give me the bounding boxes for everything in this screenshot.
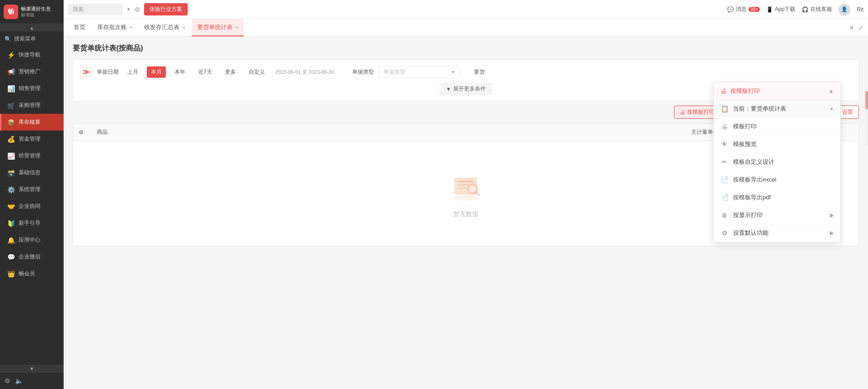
quick-nav-icon: ⚡: [7, 51, 15, 59]
finance-icon: 💰: [7, 136, 15, 143]
sidebar-scroll-down[interactable]: ▼: [0, 365, 64, 372]
sidebar-nav: ⚡ 快捷导航 📢 营销推广 📊 销售管理 🛒 采购管理 📦 库存核算 💰 资金管…: [0, 46, 64, 365]
date-btn-7days[interactable]: 近7天: [194, 66, 216, 78]
template-print-label: 模板打印: [733, 122, 834, 131]
tab-receipt-summary[interactable]: 收发存汇总表 ×: [139, 19, 190, 36]
member-icon: 👑: [7, 270, 15, 278]
date-btn-last-month[interactable]: 上月: [123, 66, 142, 78]
dropdown-template-custom[interactable]: ✏ 模板自定义设计: [714, 153, 840, 171]
sidebar-item-label: 采购管理: [19, 101, 40, 109]
search-icon: 🔍: [5, 36, 11, 42]
type-filter-label: 单据类型: [352, 69, 374, 75]
tab-receipt-summary-close[interactable]: ×: [182, 25, 185, 30]
online-service-action[interactable]: 🎧 在线客服: [802, 5, 832, 13]
table-header-product: 商品: [91, 124, 686, 141]
sidebar-item-sales[interactable]: 📊 销售管理: [0, 80, 64, 97]
sidebar-item-marketing[interactable]: 📢 营销推广: [0, 63, 64, 80]
sidebar-sound-icon[interactable]: 🔈: [15, 377, 23, 384]
print-template-dropdown: 🖨 按模板打印 ▲ 📋 当前：要货单统计表 ▼ 🖨 模板打印 👁 模板预览 ✏: [713, 82, 841, 242]
type-filter-select[interactable]: 单据类型 ▼: [379, 66, 460, 78]
dropdown-template-preview[interactable]: 👁 模板预览: [714, 136, 840, 153]
table-header-settings[interactable]: ⚙: [73, 125, 91, 140]
sidebar-item-label: 库存核算: [19, 118, 40, 126]
sidebar: 畅 畅康通好生意 标准版 ▲ 🔍 搜索菜单 ⚡ 快捷导航 📢 营销推广 📊 销售…: [0, 0, 64, 389]
sidebar-item-wechat[interactable]: 💬 企业微信: [0, 248, 64, 265]
sidebar-item-label: 资金管理: [19, 135, 40, 143]
sidebar-item-inventory[interactable]: 📦 库存核算: [0, 114, 64, 131]
sidebar-search-label: 搜索菜单: [14, 35, 36, 43]
app-download-action[interactable]: 📱 App下载: [766, 5, 795, 13]
default-settings-arrow-icon: ▶: [830, 230, 834, 236]
app-subtitle: 标准版: [21, 12, 51, 18]
template-preview-label: 模板预览: [733, 140, 834, 148]
dropdown-template-export-pdf[interactable]: 📄 按模板导出pdf: [714, 189, 840, 207]
username-label[interactable]: Rit: [857, 6, 863, 13]
svg-rect-4: [458, 187, 467, 189]
topbar-actions: 💬 消息 99+ 📱 App下载 🎧 在线客服 👤 Rit: [727, 4, 863, 15]
tab-inventory-batch-close[interactable]: ×: [130, 25, 132, 30]
sidebar-header: 畅 畅康通好生意 标准版: [0, 0, 64, 24]
sidebar-item-member[interactable]: 👑 畅会员: [0, 265, 64, 282]
dropdown-template-print[interactable]: 🖨 模板打印: [714, 118, 840, 136]
dropdown-default-settings[interactable]: ⚙ 设置默认功能 ▶: [714, 224, 840, 242]
current-item-label: 当前：要货单统计表: [733, 105, 825, 113]
tab-home-label: 首页: [74, 23, 85, 31]
sidebar-item-purchase[interactable]: 🛒 采购管理: [0, 97, 64, 114]
template-preview-icon: 👁: [720, 141, 728, 148]
sidebar-search[interactable]: 🔍 搜索菜单: [0, 31, 64, 46]
tab-order-stats-close[interactable]: ×: [235, 25, 238, 30]
trial-button[interactable]: 体验行业方案: [144, 3, 188, 15]
sidebar-item-basic-info[interactable]: 🗃️ 基础信息: [0, 164, 64, 181]
tab-close-all-icon[interactable]: ✕: [849, 24, 854, 31]
dropdown-template-export-excel[interactable]: 📄 按模板导出excel: [714, 171, 840, 189]
current-item-chevron-icon: ▼: [829, 106, 834, 111]
dropdown-header-arrow-icon: ▲: [828, 88, 834, 94]
sidebar-item-label: 快捷导航: [19, 51, 40, 59]
display-print-arrow-icon: ▶: [830, 212, 834, 218]
avatar-placeholder: 👤: [841, 6, 848, 12]
user-avatar[interactable]: 👤: [838, 4, 850, 15]
basic-info-icon: 🗃️: [7, 169, 15, 177]
sidebar-title-block: 畅康通好生意 标准版: [21, 5, 51, 18]
page-title: 要货单统计表(按商品): [73, 44, 859, 53]
inventory-icon: 📦: [7, 119, 15, 126]
sidebar-item-label: 销售管理: [19, 85, 40, 92]
display-print-icon: 🖥: [720, 212, 728, 219]
right-scrollbar[interactable]: [865, 91, 868, 146]
filter-expand-button[interactable]: ≫: [80, 66, 92, 78]
tab-order-stats[interactable]: 要货单统计表 ×: [192, 19, 244, 36]
sidebar-item-guide[interactable]: 🔰 新手引导: [0, 215, 64, 232]
tab-maximize-icon[interactable]: ⤢: [858, 24, 863, 31]
sidebar-item-app-center[interactable]: 🔔 应用中心: [0, 232, 64, 248]
tab-home[interactable]: 首页: [68, 19, 91, 36]
topbar-search[interactable]: 搜索: [68, 4, 123, 15]
sidebar-item-system[interactable]: ⚙️ 系统管理: [0, 181, 64, 198]
date-btn-this-year[interactable]: 本年: [170, 66, 190, 78]
sidebar-item-finance[interactable]: 💰 资金管理: [0, 131, 64, 147]
date-btn-this-month[interactable]: 本月: [147, 66, 166, 78]
topbar-chevron-icon[interactable]: ▼: [126, 7, 131, 12]
guide-icon: 🔰: [7, 220, 15, 227]
topbar-gear-icon[interactable]: ⚙: [135, 6, 140, 13]
svg-rect-2: [458, 181, 474, 182]
date-btn-custom[interactable]: 自定义: [244, 66, 269, 78]
date-btn-more[interactable]: 更多: [221, 66, 240, 78]
type-filter-chevron-icon: ▼: [451, 70, 455, 75]
message-action[interactable]: 💬 消息 99+: [727, 5, 760, 13]
dropdown-current-item[interactable]: 📋 当前：要货单统计表 ▼: [714, 100, 840, 118]
dropdown-display-print[interactable]: 🖥 按显示打印 ▶: [714, 207, 840, 224]
dropdown-header[interactable]: 🖨 按模板打印 ▲: [714, 82, 840, 100]
enterprise-icon: 🤝: [7, 203, 15, 210]
default-settings-label: 设置默认功能: [733, 229, 825, 237]
sidebar-item-quick-nav[interactable]: ⚡ 快捷导航: [0, 46, 64, 63]
sidebar-item-enterprise[interactable]: 🤝 企业协同: [0, 198, 64, 215]
template-custom-label: 模板自定义设计: [733, 158, 834, 166]
sidebar-settings-icon[interactable]: ⚙: [5, 377, 10, 384]
sidebar-item-operations[interactable]: 📈 经营管理: [0, 147, 64, 164]
tab-inventory-batch[interactable]: 库存批次账 ×: [92, 19, 138, 36]
wechat-icon: 💬: [7, 253, 15, 261]
sidebar-item-label: 基础信息: [19, 169, 40, 177]
expand-more-button[interactable]: ▼ 展开更多条件: [439, 83, 492, 95]
scrollbar-thumb[interactable]: [865, 91, 868, 109]
sidebar-scroll-up[interactable]: ▲: [0, 24, 64, 31]
